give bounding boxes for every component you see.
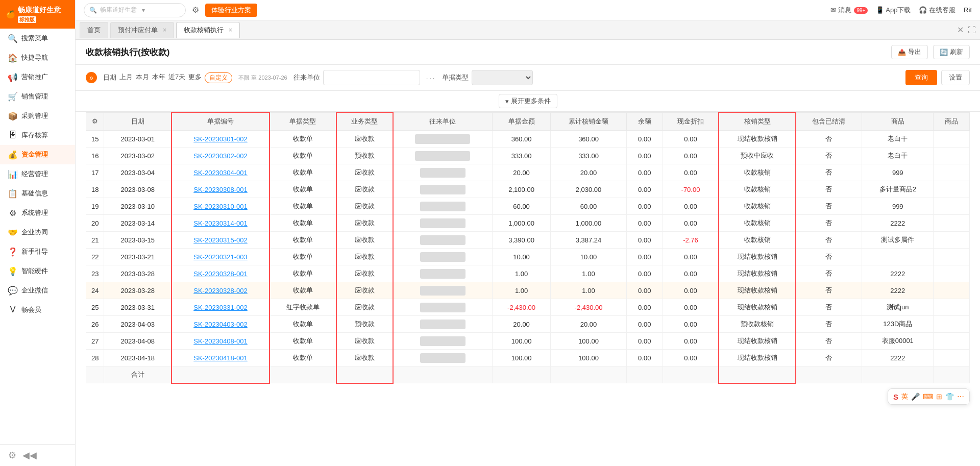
user-name[interactable]: Rit (964, 6, 972, 14)
doc-no-link[interactable]: SK-20230310-001 (193, 203, 248, 210)
message-label[interactable]: ✉ 消息 99+ (830, 6, 868, 15)
refresh-btn[interactable]: 🔄 刷新 (933, 45, 970, 59)
th-cash-discount: 现金折扣 (663, 112, 719, 131)
doc-no-link[interactable]: SK-20230328-002 (193, 287, 248, 295)
date-this-month[interactable]: 本月 (136, 72, 149, 83)
cell-no: 25 (86, 299, 104, 316)
tab-label-0: 首页 (87, 26, 101, 35)
cell-partner: ████████ (393, 282, 493, 299)
tab-0[interactable]: 首页 (80, 22, 108, 38)
sidebar-item-采购管理[interactable]: 📦采购管理 (0, 106, 75, 126)
ime-skin[interactable]: 👕 (945, 393, 954, 401)
filter-expand-btn[interactable]: » (86, 72, 97, 83)
doc-no-link[interactable]: SK-20230304-001 (193, 169, 248, 177)
tab-close-2[interactable]: × (229, 27, 232, 34)
solution-btn[interactable]: 体验行业方案 (205, 4, 257, 17)
sidebar-item-新手引导[interactable]: ❓新手引导 (0, 242, 75, 261)
sidebar-item-畅会员[interactable]: V畅会员 (0, 300, 75, 320)
ime-apps[interactable]: ⊞ (936, 393, 942, 401)
doc-no-link[interactable]: SK-20230315-002 (193, 236, 248, 244)
tab-1[interactable]: 预付冲应付单× (110, 22, 174, 38)
tab-close-icon[interactable]: ✕ (957, 25, 964, 35)
doc-no-link[interactable]: SK-20230331-002 (193, 304, 248, 311)
doctype-select[interactable] (472, 70, 533, 85)
cell-balance: 0.00 (626, 249, 663, 265)
doc-no-link[interactable]: SK-20230302-002 (193, 152, 248, 160)
cell-date: 2023-04-18 (104, 350, 172, 366)
setting-btn[interactable]: 设置 (941, 70, 970, 85)
export-icon: 📤 (898, 48, 906, 56)
sidebar-item-基础信息[interactable]: 📋基础信息 (0, 184, 75, 203)
cell-date: 2023-04-08 (104, 333, 172, 350)
date-custom[interactable]: 自定义 (205, 72, 232, 83)
sidebar-item-企业微信[interactable]: 💬企业微信 (0, 281, 75, 300)
cell-cancel-amount: -2,430.00 (551, 299, 627, 316)
th-settings[interactable]: ⚙ (86, 112, 104, 131)
collapse-icon[interactable]: ◀◀ (22, 450, 37, 461)
cell-doc-no: SK-20230403-002 (172, 316, 270, 333)
sidebar-item-营销推广[interactable]: 📢营销推广 (0, 67, 75, 87)
date-this-year[interactable]: 本年 (152, 72, 165, 83)
floating-ime-badge: S 英 🎤 ⌨ ⊞ 👕 ⋯ (888, 388, 970, 405)
cell-biz-type: 应收款 (336, 215, 393, 232)
tab-close-1[interactable]: × (163, 27, 166, 34)
sidebar-item-资金管理[interactable]: 💰资金管理 (0, 145, 75, 164)
online-service-label[interactable]: 🎧 在线客服 (919, 6, 955, 15)
doc-no-link[interactable]: SK-20230308-001 (193, 186, 248, 193)
topbar-search-box[interactable]: 🔍 畅康道好生意 ▾ (84, 3, 186, 17)
filter-action-buttons: 查询 设置 (905, 70, 970, 85)
sidebar-item-企业协同[interactable]: 🤝企业协同 (0, 223, 75, 242)
cell-doc-no: SK-20230308-001 (172, 181, 270, 198)
doc-no-link[interactable]: SK-20230321-003 (193, 253, 248, 261)
cell-goods2 (934, 198, 970, 215)
sidebar-label: 销售管理 (21, 92, 48, 101)
doc-no-link[interactable]: SK-20230403-002 (193, 321, 248, 328)
tab-2[interactable]: 收款核销执行× (176, 22, 240, 38)
doc-no-link[interactable]: SK-20230314-001 (193, 219, 248, 227)
query-btn[interactable]: 查询 (905, 70, 937, 85)
sidebar-item-库存核算[interactable]: 🗄库存核算 (0, 126, 75, 145)
settings-icon[interactable]: ⚙ (8, 450, 16, 461)
date-more[interactable]: 更多 (188, 72, 202, 83)
sidebar-item-经营管理[interactable]: 📊经营管理 (0, 164, 75, 184)
expand-more-btn[interactable]: ▾ 展开更多条件 (499, 94, 557, 108)
cell-cash-discount: 0.00 (663, 265, 719, 282)
th-date: 日期 (104, 112, 172, 131)
sidebar-item-搜索菜单[interactable]: 🔍搜索菜单 (0, 29, 75, 48)
cell-cancel-amount: 1,000.00 (551, 215, 627, 232)
sidebar-icon: 📊 (8, 169, 17, 179)
app-download-label[interactable]: 📱 App下载 (876, 6, 911, 15)
footer-biz-type (336, 366, 393, 383)
tab-fullscreen-icon[interactable]: ⛶ (968, 26, 976, 35)
cell-goods1: 老白干 (862, 148, 934, 164)
cell-balance: 0.00 (626, 181, 663, 198)
cell-goods2 (934, 249, 970, 265)
cell-date: 2023-03-31 (104, 299, 172, 316)
cell-goods1: 测试多属件 (862, 232, 934, 249)
table-footer-row: 合计 (86, 366, 970, 383)
date-7days[interactable]: 近7天 (168, 72, 185, 83)
topbar-gear-icon[interactable]: ⚙ (192, 5, 199, 15)
sidebar-item-系统管理[interactable]: ⚙系统管理 (0, 203, 75, 223)
doc-no-link[interactable]: SK-20230328-001 (193, 270, 248, 278)
cell-goods2 (934, 232, 970, 249)
cell-amount: 20.00 (493, 164, 551, 181)
cell-goods2 (934, 148, 970, 164)
date-last-month[interactable]: 上月 (119, 72, 133, 83)
cell-balance: 0.00 (626, 333, 663, 350)
sidebar-item-销售管理[interactable]: 🛒销售管理 (0, 87, 75, 106)
sidebar-item-智能硬件[interactable]: 💡智能硬件 (0, 261, 75, 281)
export-btn[interactable]: 📤 导出 (891, 45, 928, 59)
ime-more[interactable]: ⋯ (957, 393, 964, 401)
doc-no-link[interactable]: SK-20230301-002 (193, 135, 248, 143)
cell-cash-discount: 0.00 (663, 131, 719, 148)
table-container[interactable]: ⚙ 日期 单据编号 单据类型 业务类型 往来单位 单据金额 累计核销金额 余额 … (76, 112, 980, 466)
doc-no-link[interactable]: SK-20230418-001 (193, 354, 248, 362)
ime-mic[interactable]: 🎤 (911, 393, 920, 401)
ime-keyboard[interactable]: ⌨ (923, 393, 933, 401)
headset-icon: 🎧 (919, 6, 927, 14)
doc-no-link[interactable]: SK-20230408-001 (193, 337, 248, 345)
partner-input[interactable] (323, 70, 420, 85)
sidebar-item-快捷导航[interactable]: 🏠快捷导航 (0, 48, 75, 67)
sidebar-label: 库存核算 (21, 131, 48, 140)
